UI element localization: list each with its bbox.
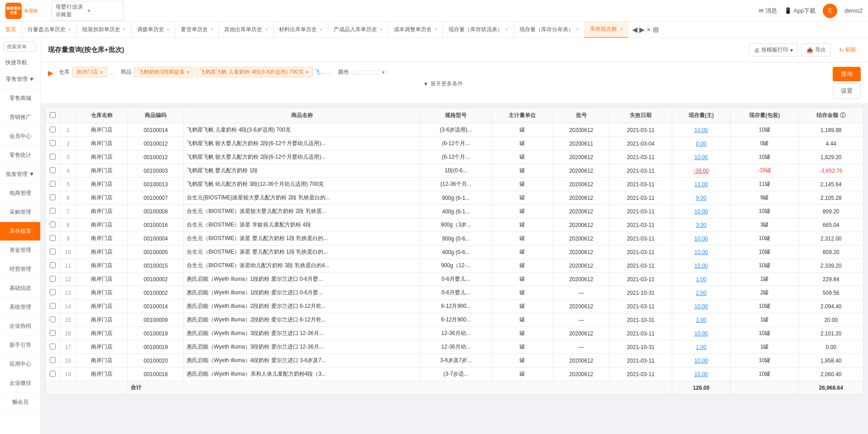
tab-expand-icon[interactable]: ⊞: [653, 25, 659, 34]
row-stock-main[interactable]: 10.00: [672, 259, 731, 273]
row-checkbox[interactable]: [46, 259, 60, 273]
row-stock-main[interactable]: 3.00: [672, 218, 731, 232]
row-stock-main[interactable]: 10.00: [672, 232, 731, 245]
row-checkbox[interactable]: [46, 232, 60, 245]
color-select[interactable]: ▾: [352, 71, 388, 74]
warehouse-more-icon[interactable]: ...: [109, 69, 113, 75]
row-stock-main[interactable]: 10.00: [672, 327, 731, 340]
row-checkbox[interactable]: [46, 286, 60, 300]
tab-material-out-close[interactable]: ×: [320, 27, 322, 32]
tab-other-out-close[interactable]: ×: [265, 27, 268, 32]
row-stock-main[interactable]: 10.00: [672, 354, 731, 368]
sidebar-item-retail-mall[interactable]: 零售商城: [0, 89, 40, 108]
org-selector[interactable]: 母婴行业演示账套 ▾: [52, 1, 124, 21]
sidebar-item-app-center[interactable]: 应用中心: [0, 355, 40, 374]
row-stock-main[interactable]: 1.00: [672, 273, 731, 286]
print-button[interactable]: 🖨 按模板打印 ▾: [749, 43, 798, 57]
sidebar-item-enterprise[interactable]: 企业协同: [0, 317, 40, 336]
row-stock-main[interactable]: 10.00: [672, 368, 731, 381]
tab-assemble[interactable]: 组装拆卸单历史 ×: [77, 22, 132, 38]
tab-other-out[interactable]: 其他出库单历史 ×: [219, 22, 274, 38]
sidebar-item-enterprise-wechat[interactable]: 企业微信: [0, 374, 40, 393]
sidebar-item-inventory[interactable]: 库存核算: [0, 222, 40, 241]
sidebar-item-quick-nav[interactable]: 快捷导航: [0, 55, 40, 70]
row-checkbox[interactable]: [46, 137, 60, 151]
sidebar-item-purchase[interactable]: 采购管理: [0, 203, 40, 222]
tab-prev-icon[interactable]: ◀: [632, 25, 637, 34]
tab-stock-status[interactable]: 现存量（库存状况表） ×: [443, 22, 514, 38]
expand-icon[interactable]: ▶: [48, 69, 53, 77]
tab-product-in[interactable]: 产成品入库单历史 ×: [328, 22, 388, 38]
select-all-checkbox[interactable]: [50, 112, 56, 118]
product-tag-1-remove[interactable]: ×: [187, 69, 190, 75]
row-checkbox[interactable]: [46, 178, 60, 191]
tab-close-all-icon[interactable]: ×: [646, 26, 651, 34]
tab-assemble-close[interactable]: ×: [123, 27, 126, 32]
row-checkbox[interactable]: [46, 245, 60, 259]
product-more-label[interactable]: 飞...: [315, 68, 325, 76]
row-stock-main[interactable]: 1.00: [672, 313, 731, 327]
tab-picking-close[interactable]: ×: [167, 27, 170, 32]
sidebar-item-marketing[interactable]: 营销推广: [0, 108, 40, 127]
row-checkbox[interactable]: [46, 313, 60, 327]
row-checkbox[interactable]: [46, 218, 60, 232]
row-stock-main[interactable]: 10.00: [672, 123, 731, 137]
tab-next-icon[interactable]: ▶: [639, 25, 645, 34]
row-checkbox[interactable]: [46, 300, 60, 313]
row-stock-main[interactable]: 9.00: [672, 191, 731, 205]
row-checkbox[interactable]: [46, 354, 60, 368]
tab-picking[interactable]: 调拨单历史 ×: [132, 22, 175, 38]
row-checkbox[interactable]: [46, 368, 60, 381]
row-checkbox[interactable]: [46, 205, 60, 218]
tab-home[interactable]: 首页: [0, 22, 22, 38]
row-checkbox[interactable]: [46, 123, 60, 137]
sidebar-item-member[interactable]: 会员中心: [0, 127, 40, 146]
row-checkbox[interactable]: [46, 273, 60, 286]
filter-expand-toggle[interactable]: ▶: [48, 69, 53, 77]
row-stock-main[interactable]: 10.00: [672, 205, 731, 218]
sidebar-item-retail-stats[interactable]: 零售统计: [0, 146, 40, 165]
tab-stock-dist-close[interactable]: ×: [576, 27, 579, 32]
sidebar-item-ecommerce[interactable]: 电商管理: [0, 184, 40, 203]
row-stock-main[interactable]: 2.00: [672, 286, 731, 300]
avatar[interactable]: E: [823, 4, 837, 18]
tab-requisition[interactable]: 要货单历史 ×: [175, 22, 219, 38]
expand-more-button[interactable]: ▼ 展开更多条件: [423, 80, 463, 88]
row-stock-main[interactable]: 10.00: [672, 151, 731, 164]
search-input[interactable]: [4, 42, 37, 52]
sidebar-item-system[interactable]: 系统管理: [0, 298, 40, 317]
setting-button[interactable]: 设置: [833, 83, 861, 99]
tab-stock-status-close[interactable]: ×: [505, 27, 508, 32]
row-checkbox[interactable]: [46, 327, 60, 340]
tab-stock-dist[interactable]: 现存量（库存分布表） ×: [514, 22, 585, 38]
sidebar-item-wholesale[interactable]: 批发管理 ▼: [0, 165, 40, 184]
tab-requisition-close[interactable]: ×: [211, 27, 213, 32]
sidebar-item-retail[interactable]: 零售管理 ▼: [0, 70, 40, 89]
tab-split-disc-close[interactable]: ×: [68, 27, 71, 32]
row-stock-main[interactable]: 11.00: [672, 178, 731, 191]
tab-batch-ledger-close[interactable]: ×: [620, 27, 623, 32]
warehouse-tag-remove[interactable]: ×: [100, 69, 103, 75]
sidebar-item-member2[interactable]: 畅会员: [0, 393, 40, 412]
refresh-button[interactable]: ↻ 刷新: [835, 44, 861, 56]
product-more-icon[interactable]: ...: [326, 69, 331, 75]
tab-cost-adjust[interactable]: 成本调整单历史 ×: [388, 22, 443, 38]
tab-material-out[interactable]: 材料出库单历史 ×: [274, 22, 328, 38]
username-label[interactable]: demo2: [844, 7, 863, 14]
row-checkbox[interactable]: [46, 151, 60, 164]
sidebar-item-base[interactable]: 基础信息: [0, 279, 40, 298]
sidebar-item-newbie[interactable]: 新手引导: [0, 336, 40, 355]
tab-cost-adjust-close[interactable]: ×: [434, 27, 437, 32]
sidebar-item-operations[interactable]: 经营管理: [0, 260, 40, 279]
row-checkbox[interactable]: [46, 191, 60, 205]
row-stock-main[interactable]: 10.00: [672, 300, 731, 313]
row-stock-main[interactable]: 10.00: [672, 245, 731, 259]
row-checkbox[interactable]: [46, 164, 60, 178]
product-tag-2-remove[interactable]: ×: [306, 69, 309, 75]
tab-product-in-close[interactable]: ×: [380, 27, 382, 32]
sidebar-item-finance[interactable]: 资金管理: [0, 241, 40, 260]
tab-split-disc[interactable]: 分量盘点单历史 ×: [22, 22, 77, 38]
row-stock-main[interactable]: 0.00: [672, 137, 731, 151]
export-button[interactable]: 📤 导出: [802, 43, 831, 57]
row-stock-main[interactable]: -39.00: [672, 164, 731, 178]
